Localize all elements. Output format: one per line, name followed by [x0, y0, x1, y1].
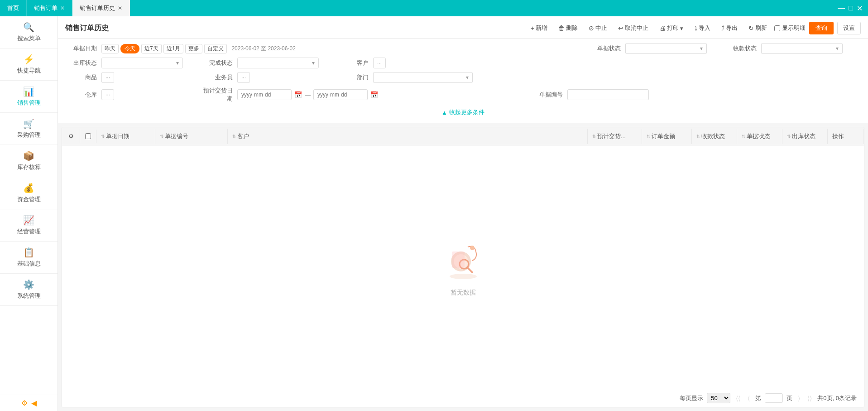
- delivery-date-end[interactable]: [313, 89, 368, 100]
- settings-button[interactable]: 设置: [837, 22, 861, 34]
- tab-home[interactable]: 首页: [0, 0, 27, 16]
- svg-line-4: [467, 267, 472, 272]
- refresh-button[interactable]: ↻ 刷新: [745, 22, 771, 34]
- date-quick-buttons: 昨天 今天 近7天 近1月 更多 自定义: [101, 44, 227, 53]
- out-status-select[interactable]: ▾: [101, 58, 183, 68]
- cal-end-icon[interactable]: 📅: [370, 91, 378, 98]
- sort-payment-icon[interactable]: ⇅: [696, 134, 700, 139]
- customer-ellipsis-btn[interactable]: ···: [373, 58, 386, 68]
- tab-sales-history[interactable]: 销售订单历史 ✕: [72, 0, 130, 16]
- minimize-icon[interactable]: —: [838, 4, 845, 12]
- sidebar-item-quick-nav[interactable]: ⚡ 快捷导航: [0, 48, 58, 81]
- salesperson-label: 业务员: [201, 73, 237, 82]
- sidebar-item-system[interactable]: ⚙️ 系统管理: [0, 274, 58, 306]
- add-icon: +: [531, 24, 534, 32]
- last-page-btn[interactable]: ⟩⟩: [806, 394, 814, 403]
- date-1month-btn[interactable]: 近1月: [163, 44, 184, 53]
- query-button[interactable]: 查询: [809, 22, 834, 34]
- import-button[interactable]: ⤵ 导入: [691, 22, 714, 34]
- sort-number-icon[interactable]: ⇅: [160, 134, 163, 139]
- warehouse-ellipsis-btn[interactable]: ···: [101, 89, 114, 100]
- page-label: 页: [786, 394, 792, 402]
- sort-out-status-icon[interactable]: ⇅: [787, 134, 791, 139]
- page-title: 销售订单历史: [65, 24, 523, 33]
- sort-date-icon[interactable]: ⇅: [101, 134, 105, 139]
- th-date: ⇅ 单据日期: [96, 129, 155, 144]
- delete-button[interactable]: 🗑 删除: [555, 22, 581, 34]
- page-number-input[interactable]: 1: [765, 393, 783, 403]
- th-order-status-label: 单据状态: [747, 132, 770, 140]
- sidebar-item-search[interactable]: 🔍 搜索菜单: [0, 16, 58, 48]
- inventory-icon: 📦: [23, 150, 34, 161]
- date-filter-label: 单据日期: [65, 44, 101, 53]
- th-checkbox[interactable]: [80, 130, 96, 143]
- sidebar-item-operations[interactable]: 📈 经营管理: [0, 209, 58, 242]
- per-page-select[interactable]: 10 20 50 100: [707, 393, 730, 403]
- close-window-icon[interactable]: ✕: [857, 4, 863, 13]
- sort-order-status-icon[interactable]: ⇅: [742, 134, 745, 139]
- operations-icon: 📈: [23, 215, 34, 226]
- filter-row-1: 单据日期 昨天 今天 近7天 近1月 更多 自定义 2023-06-02 至 2…: [65, 43, 861, 54]
- date-more-btn[interactable]: 更多: [185, 44, 202, 53]
- display-columns-label: 显示明细: [782, 24, 806, 32]
- department-select[interactable]: ▾: [373, 72, 473, 83]
- tab-sales-order-close[interactable]: ✕: [60, 5, 65, 11]
- salesperson-ellipsis-btn[interactable]: ···: [237, 72, 250, 83]
- sidebar-item-finance[interactable]: 💰 资金管理: [0, 177, 58, 209]
- order-status-select[interactable]: ▾: [625, 43, 707, 54]
- collapse-label: 收起更多条件: [449, 108, 484, 116]
- payment-status-select[interactable]: ▾: [761, 43, 843, 54]
- date-today-btn[interactable]: 今天: [120, 44, 139, 53]
- print-button[interactable]: 🖨 打印 ▾: [656, 22, 687, 34]
- th-amount: ⇅ 订单金额: [642, 129, 692, 144]
- table-footer: 每页显示 10 20 50 100 ⟨⟨ ⟨ 第 1 页 ⟩ ⟩⟩ 共0页, 0…: [62, 389, 864, 407]
- first-page-btn[interactable]: ⟨⟨: [734, 394, 742, 403]
- sidebar-item-purchase[interactable]: 🛒 采购管理: [0, 113, 58, 145]
- department-control: ▾: [373, 72, 861, 83]
- th-settings[interactable]: ⚙: [62, 129, 80, 143]
- tab-sales-order[interactable]: 销售订单 ✕: [27, 0, 72, 16]
- th-payment-label: 收款状态: [701, 132, 725, 140]
- sidebar-item-basic-info-label: 基础信息: [17, 260, 41, 268]
- display-columns-input[interactable]: [774, 25, 780, 31]
- complete-status-select[interactable]: ▾: [237, 58, 319, 68]
- complete-status-label: 完成状态: [201, 59, 237, 67]
- date-yesterday-btn[interactable]: 昨天: [101, 44, 119, 53]
- goods-ellipsis-btn[interactable]: ···: [101, 72, 114, 83]
- date-custom-btn[interactable]: 自定义: [204, 44, 227, 53]
- sort-delivery-icon[interactable]: ⇅: [592, 134, 596, 139]
- stop-button[interactable]: ⊘ 中止: [585, 22, 611, 34]
- display-columns-checkbox[interactable]: 显示明细: [774, 24, 806, 32]
- prev-page-btn[interactable]: ⟨: [746, 394, 752, 403]
- date-filter-control: 昨天 今天 近7天 近1月 更多 自定义 2023-06-02 至 2023-0…: [101, 44, 589, 53]
- collapse-sidebar-icon[interactable]: ◀: [31, 399, 37, 407]
- sidebar-bottom: ⚙ ◀: [0, 395, 58, 411]
- order-number-input[interactable]: [567, 89, 649, 100]
- add-button[interactable]: + 新增: [527, 22, 551, 34]
- cancel-stop-button[interactable]: ↩ 取消中止: [614, 22, 652, 34]
- sidebar-item-basic-info[interactable]: 📋 基础信息: [0, 242, 58, 274]
- system-icon: ⚙️: [23, 279, 34, 290]
- maximize-icon[interactable]: □: [849, 4, 853, 12]
- settings-bottom-icon[interactable]: ⚙: [21, 399, 28, 407]
- sidebar-item-sales[interactable]: 📊 销售管理: [0, 81, 58, 113]
- tab-sales-order-label: 销售订单: [34, 4, 58, 12]
- print-icon: 🖨: [659, 24, 666, 32]
- sidebar-item-inventory[interactable]: 📦 库存核算: [0, 145, 58, 177]
- select-all-checkbox[interactable]: [85, 133, 91, 139]
- sales-icon: 📊: [23, 86, 34, 97]
- order-status-label: 单据状态: [589, 44, 625, 53]
- table-area: ⚙ ⇅ 单据日期 ⇅ 单据编号 ⇅ 客户 ⇅: [62, 127, 864, 407]
- sort-amount-icon[interactable]: ⇅: [647, 134, 650, 139]
- per-page-label: 每页显示: [680, 394, 703, 402]
- delivery-date-start[interactable]: [237, 89, 292, 100]
- cal-start-icon[interactable]: 📅: [294, 91, 302, 98]
- export-button[interactable]: ⤴ 导出: [718, 22, 741, 34]
- collapse-button[interactable]: ▲ 收起更多条件: [65, 106, 861, 118]
- date-range-display: 2023-06-02 至 2023-06-02: [231, 45, 295, 53]
- tab-sales-history-close[interactable]: ✕: [118, 5, 122, 11]
- next-page-btn[interactable]: ⟩: [796, 394, 802, 403]
- sort-customer-icon[interactable]: ⇅: [232, 134, 236, 139]
- finance-icon: 💰: [23, 183, 34, 193]
- date-7days-btn[interactable]: 近7天: [141, 44, 162, 53]
